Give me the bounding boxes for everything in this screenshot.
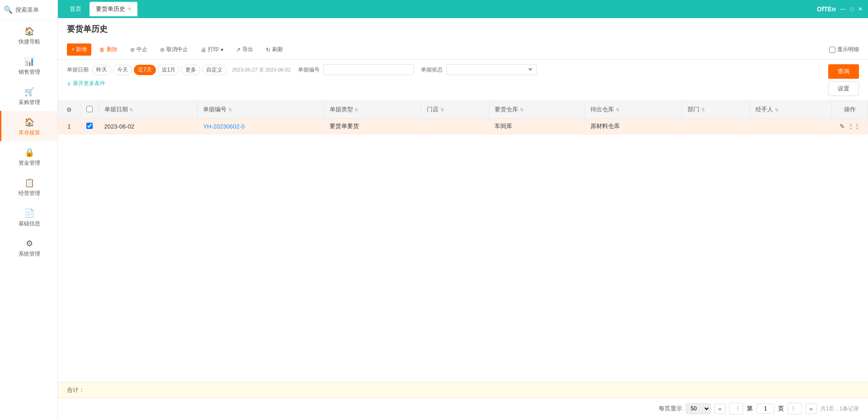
prev-page-btn[interactable]: 〈 bbox=[729, 403, 743, 414]
page-header: 要货单历史 bbox=[58, 18, 868, 40]
requisition-table: ⚙ 单据日期 单据编号 单据类型 bbox=[58, 101, 868, 134]
filter-bar: 单据日期 昨天 今天 近7天 近1月 更多 自定义 2023-05-27 至 2… bbox=[58, 60, 868, 101]
query-button[interactable]: 查询 bbox=[828, 64, 859, 79]
sidebar-item-purchase[interactable]: 🛒 采购管理 bbox=[0, 81, 57, 111]
system-icon: ⚙ bbox=[26, 238, 33, 248]
date-filter-btns: 昨天 今天 近7天 近1月 更多 自定义 bbox=[92, 65, 226, 75]
sidebar-item-label: 经营管理 bbox=[19, 190, 40, 197]
sidebar-item-finance[interactable]: 🔒 资金管理 bbox=[0, 141, 57, 171]
cancel-stop-label: 取消中止 bbox=[166, 46, 188, 53]
toolbar: + 新增 🗑 删除 ⊘ 中止 ⊘ 取消中止 🖨 打印 ▾ ↗ 导出 bbox=[58, 40, 868, 60]
sidebar-search[interactable]: 🔍 搜索菜单 bbox=[0, 0, 57, 20]
date-btn-yesterday[interactable]: 昨天 bbox=[92, 65, 111, 75]
col-doctype[interactable]: 单据类型 bbox=[324, 101, 421, 119]
refresh-button[interactable]: ↻ 刷新 bbox=[261, 43, 288, 56]
first-page-btn[interactable]: « bbox=[714, 404, 726, 414]
col-docnum[interactable]: 单据编号 bbox=[198, 101, 324, 119]
col-dept-label: 部门 bbox=[688, 106, 699, 113]
date-btn-more[interactable]: 更多 bbox=[181, 65, 200, 75]
print-label: 打印 bbox=[208, 46, 219, 53]
date-btn-7days[interactable]: 近7天 bbox=[134, 65, 156, 75]
col-pending-warehouse[interactable]: 待出仓库 bbox=[585, 101, 682, 119]
date-btn-today[interactable]: 今天 bbox=[113, 65, 132, 75]
filter-group-docnum: 单据编号 bbox=[298, 64, 414, 75]
sidebar-item-basic[interactable]: 📄 基础信息 bbox=[0, 202, 57, 232]
row-docnum[interactable]: YH-20230602-0 bbox=[198, 119, 324, 134]
col-dept[interactable]: 部门 bbox=[682, 101, 750, 119]
next-page-btn[interactable]: 〉 bbox=[788, 403, 802, 414]
window-close-btn[interactable]: ✕ bbox=[858, 6, 863, 12]
sidebar-item-quick-nav[interactable]: 🏠 快捷导航 bbox=[0, 20, 57, 50]
new-button[interactable]: + 新增 bbox=[67, 43, 91, 56]
row-handler bbox=[750, 119, 832, 134]
window-maximize-btn[interactable]: □ bbox=[850, 6, 854, 12]
status-filter-label: 单据状态 bbox=[421, 66, 443, 74]
filter-group-date: 单据日期 昨天 今天 近7天 近1月 更多 自定义 2023-05-27 至 2… bbox=[67, 65, 291, 75]
select-all-checkbox[interactable] bbox=[86, 106, 93, 112]
per-page-select[interactable]: 50 20 100 200 bbox=[686, 403, 711, 414]
sidebar-item-sales[interactable]: 📊 销售管理 bbox=[0, 50, 57, 81]
table-row: 1 2023-06-02 YH-20230602-0 要货单要货 车间库 原材料… bbox=[58, 119, 868, 134]
inventory-icon: 🏠 bbox=[24, 117, 34, 127]
row-checkbox[interactable] bbox=[80, 119, 99, 134]
date-filter-label: 单据日期 bbox=[67, 66, 89, 74]
finance-icon: 🔒 bbox=[24, 148, 34, 157]
per-page-label: 每页显示 bbox=[659, 405, 682, 413]
sidebar-item-label: 快捷导航 bbox=[19, 38, 40, 46]
topbar: 首页 要货单历史 × OfTEn — □ ✕ bbox=[58, 0, 868, 18]
col-store-label: 门店 bbox=[427, 106, 439, 113]
sidebar-item-label: 基础信息 bbox=[19, 220, 40, 228]
date-btn-1month[interactable]: 近1月 bbox=[158, 65, 180, 75]
filter-settings-button[interactable]: 设置 bbox=[828, 81, 859, 96]
row-more-icon[interactable]: ⋮⋮ bbox=[848, 123, 860, 130]
main-area: 首页 要货单历史 × OfTEn — □ ✕ 要货单历史 + 新增 🗑 删除 bbox=[58, 0, 868, 419]
cancel-stop-button[interactable]: ⊘ 取消中止 bbox=[156, 43, 193, 56]
col-docnum-label: 单据编号 bbox=[203, 106, 226, 113]
print-button[interactable]: 🖨 打印 ▾ bbox=[196, 43, 228, 56]
page-title: 要货单历史 bbox=[67, 24, 859, 34]
col-settings[interactable]: ⚙ bbox=[58, 101, 80, 119]
date-btn-custom[interactable]: 自定义 bbox=[202, 65, 226, 75]
sidebar-item-label: 采购管理 bbox=[19, 99, 40, 106]
row-date: 2023-06-02 bbox=[99, 119, 198, 134]
col-handler[interactable]: 经手人 bbox=[750, 101, 832, 119]
page-input[interactable] bbox=[756, 404, 774, 414]
table-footer: 合计： bbox=[58, 382, 868, 398]
last-page-btn[interactable]: » bbox=[805, 404, 816, 414]
sidebar-item-label: 资金管理 bbox=[19, 159, 40, 167]
tab-home[interactable]: 首页 bbox=[63, 2, 88, 16]
filter-group-status: 单据状态 bbox=[421, 64, 537, 75]
export-icon: ↗ bbox=[236, 47, 241, 53]
tab-requisition-history[interactable]: 要货单历史 × bbox=[90, 2, 137, 16]
print-dropdown-icon: ▾ bbox=[221, 47, 223, 53]
row-dept bbox=[682, 119, 750, 134]
docnum-filter-input[interactable] bbox=[323, 64, 414, 75]
col-req-warehouse[interactable]: 要货仓库 bbox=[489, 101, 585, 119]
stop-icon: ⊘ bbox=[130, 47, 135, 53]
row-edit-icon[interactable]: ✎ bbox=[840, 123, 845, 130]
row-docnum-link[interactable]: YH-20230602-0 bbox=[203, 123, 245, 130]
window-minimize-btn[interactable]: — bbox=[840, 6, 846, 12]
sidebar-item-operation[interactable]: 📋 经营管理 bbox=[0, 171, 57, 202]
row-select-checkbox[interactable] bbox=[86, 123, 93, 129]
pagination: 每页显示 50 20 100 200 « 〈 第 页 〉 » 共1页，1条记录 bbox=[58, 398, 868, 419]
sidebar-item-system[interactable]: ⚙ 系统管理 bbox=[0, 232, 57, 262]
page-suffix: 页 bbox=[778, 405, 784, 413]
delete-button[interactable]: 🗑 删除 bbox=[95, 43, 122, 56]
row-pending-warehouse: 原材料仓库 bbox=[585, 119, 682, 134]
expand-more-btn[interactable]: ∨ 展开更多条件 bbox=[67, 80, 105, 87]
row-req-warehouse: 车间库 bbox=[489, 119, 585, 134]
stop-button[interactable]: ⊘ 中止 bbox=[126, 43, 152, 56]
sidebar-item-label: 库存核算 bbox=[19, 129, 40, 137]
filter-row-1: 单据日期 昨天 今天 近7天 近1月 更多 自定义 2023-05-27 至 2… bbox=[67, 64, 819, 75]
export-button[interactable]: ↗ 导出 bbox=[231, 43, 258, 56]
sidebar-item-inventory[interactable]: 🏠 库存核算 bbox=[0, 111, 57, 141]
show-detail-checkbox[interactable] bbox=[829, 47, 835, 53]
tab-close-icon[interactable]: × bbox=[128, 6, 131, 12]
brand-label: OfTEn bbox=[817, 5, 836, 13]
col-pending-warehouse-label: 待出仓库 bbox=[590, 106, 614, 113]
sidebar-item-label: 销售管理 bbox=[19, 68, 40, 76]
col-date[interactable]: 单据日期 bbox=[99, 101, 198, 119]
status-filter-select[interactable] bbox=[446, 64, 537, 75]
col-store[interactable]: 门店 bbox=[421, 101, 489, 119]
